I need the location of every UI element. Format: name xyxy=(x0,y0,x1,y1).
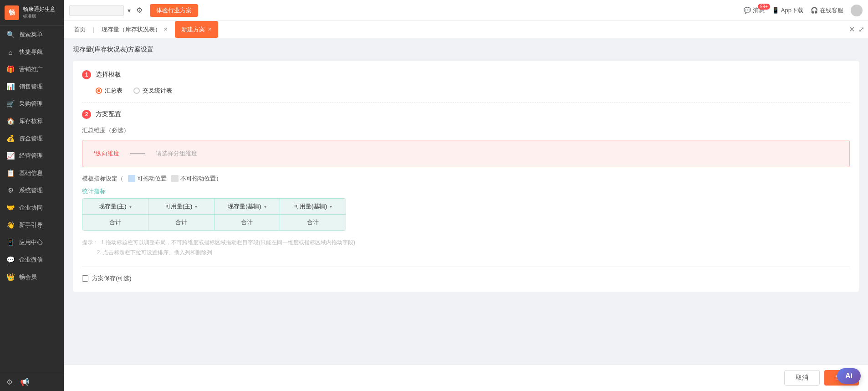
main-content: ▾ ⚙ 体验行业方案 💬 消息 99+ 📱 App下载 🎧 在线客服 首页 xyxy=(64,0,868,391)
message-icon: 💬 xyxy=(744,7,751,14)
stats-section-title: 统计指标 xyxy=(82,187,850,196)
sidebar-item-system[interactable]: ⚙ 系统管理 xyxy=(0,182,64,199)
money-icon: 💰 xyxy=(6,134,15,143)
cart-icon: 🛒 xyxy=(6,100,15,108)
crown-icon: 👑 xyxy=(6,273,15,281)
info-icon: 📋 xyxy=(6,169,15,177)
stats-col-4-header: 可用量(基辅) ▾ xyxy=(280,199,346,215)
sidebar-item-sales[interactable]: 📊 销售管理 xyxy=(0,78,64,95)
cancel-button[interactable]: 取消 xyxy=(784,370,820,386)
sidebar-item-marketing[interactable]: 🎁 营销推广 xyxy=(0,61,64,78)
col4-dropdown-icon[interactable]: ▾ xyxy=(330,204,332,209)
mobile-icon: 📱 xyxy=(6,238,15,247)
close-panel-button[interactable]: ✕ xyxy=(849,25,855,34)
tab-inventory[interactable]: 现存量（库存状况表） ✕ xyxy=(95,21,174,38)
drag-box-icon xyxy=(128,175,135,182)
sidebar-item-search[interactable]: 🔍 搜索菜单 xyxy=(0,26,64,43)
search-dropdown-button[interactable]: ▾ xyxy=(128,7,131,14)
app-download-button[interactable]: 📱 App下载 xyxy=(772,6,803,15)
speaker-icon[interactable]: 📢 xyxy=(20,378,29,386)
stats-col-1-header: 现存量(主) ▾ xyxy=(82,199,148,215)
sidebar-item-label: 库存核算 xyxy=(19,117,43,125)
footer-actions: 取消 查询 xyxy=(64,364,868,391)
ai-float-button[interactable]: Ai xyxy=(837,368,861,384)
gear-icon[interactable]: ⚙ xyxy=(6,378,13,386)
content-area: 现存量(库存状况表)方案设置 1 选择模板 汇总表 交叉统计表 2 xyxy=(64,38,868,364)
tab-inventory-close[interactable]: ✕ xyxy=(163,26,168,32)
tabbar-actions: ✕ ⤢ xyxy=(849,25,864,34)
user-avatar-button[interactable] xyxy=(851,5,863,16)
message-badge: 99+ xyxy=(758,4,770,10)
tab-new-plan[interactable]: 新建方案 ✕ xyxy=(175,21,218,38)
stats-col-1-label: 现存量(主) xyxy=(99,202,127,211)
sidebar-item-guide[interactable]: 👋 新手引导 xyxy=(0,216,64,234)
step2-title: 方案配置 xyxy=(96,110,121,118)
col3-dropdown-icon[interactable]: ▾ xyxy=(264,204,266,209)
col1-dropdown-icon[interactable]: ▾ xyxy=(129,204,132,209)
page-title: 现存量(库存状况表)方案设置 xyxy=(73,46,859,54)
search-icon: 🔍 xyxy=(6,31,15,39)
sidebar-item-collab[interactable]: 🤝 企业协同 xyxy=(0,199,64,216)
topbar-gear-button[interactable]: ⚙ xyxy=(136,6,143,15)
user-avatar xyxy=(851,5,863,16)
search-input[interactable] xyxy=(69,5,124,16)
sidebar-item-finance[interactable]: 💰 资金管理 xyxy=(0,130,64,147)
radio-summary-label: 汇总表 xyxy=(105,87,123,95)
drag-indicator-label: 可拖动位置 xyxy=(128,175,167,183)
sidebar-item-basic-info[interactable]: 📋 基础信息 xyxy=(0,165,64,182)
sidebar-item-purchase[interactable]: 🛒 采购管理 xyxy=(0,95,64,113)
col2-dropdown-icon[interactable]: ▾ xyxy=(195,204,197,209)
stats-col-1: 现存量(主) ▾ 合计 xyxy=(82,199,148,230)
stats-col-2-header: 可用量(主) ▾ xyxy=(148,199,214,215)
indicator-label-row: 模板指标设定（ 可拖动位置 不可拖动位置） xyxy=(82,175,850,183)
sidebar-item-wechat[interactable]: 💬 企业微信 xyxy=(0,251,64,268)
tab-home[interactable]: 首页 xyxy=(67,21,92,38)
radio-summary-table[interactable]: 汇总表 xyxy=(96,87,123,95)
stats-col-2: 可用量(主) ▾ 合计 xyxy=(148,199,214,230)
step1-header: 1 选择模板 xyxy=(82,70,850,79)
tab-new-plan-close[interactable]: ✕ xyxy=(208,26,212,32)
save-plan-checkbox[interactable] xyxy=(82,275,88,282)
online-service-button[interactable]: 🎧 在线客服 xyxy=(811,6,843,15)
sidebar-item-label: 应用中心 xyxy=(19,238,43,247)
stats-table: 现存量(主) ▾ 合计 可用量(主) ▾ 合计 xyxy=(82,198,346,231)
step2-num: 2 xyxy=(82,110,91,119)
dimension-selector-area[interactable]: *纵向维度 —— 请选择分组维度 xyxy=(82,140,850,167)
sidebar-item-apps[interactable]: 📱 应用中心 xyxy=(0,234,64,251)
topbar: ▾ ⚙ 体验行业方案 💬 消息 99+ 📱 App下载 🎧 在线客服 xyxy=(64,0,868,21)
stats-col-2-body: 合计 xyxy=(148,215,214,230)
step2-header: 2 方案配置 xyxy=(82,110,850,119)
wechat-icon: 💬 xyxy=(6,256,15,264)
step1-num: 1 xyxy=(82,70,91,79)
sidebar-bottom: ⚙ 📢 xyxy=(0,373,64,391)
sidebar-item-label: 销售管理 xyxy=(19,82,43,91)
stats-col-1-body: 合计 xyxy=(82,215,148,230)
sidebar-item-membership[interactable]: 👑 畅会员 xyxy=(0,268,64,286)
radio-summary-indicator xyxy=(96,87,102,94)
sidebar: 畅 畅康通好生意 标准版 🔍 搜索菜单 ⌂ 快捷导航 🎁 营销推广 📊 销售管理… xyxy=(0,0,64,391)
summary-dim-title: 汇总维度（必选） xyxy=(82,126,850,134)
stats-col-4: 可用量(基辅) ▾ 合计 xyxy=(280,199,346,230)
trial-industry-button[interactable]: 体验行业方案 xyxy=(150,4,198,17)
gift-icon: 🎁 xyxy=(6,65,15,73)
sidebar-item-label: 系统管理 xyxy=(19,186,43,195)
drag-label: 可拖动位置 xyxy=(137,175,167,183)
sidebar-item-label: 营销推广 xyxy=(19,65,43,73)
sidebar-nav: 🔍 搜索菜单 ⌂ 快捷导航 🎁 营销推广 📊 销售管理 🛒 采购管理 🏠 库存核… xyxy=(0,26,64,373)
template-radio-group: 汇总表 交叉统计表 xyxy=(96,87,850,95)
sidebar-item-inventory[interactable]: 🏠 库存核算 xyxy=(0,113,64,130)
expand-panel-button[interactable]: ⤢ xyxy=(858,25,864,34)
tip-1-text: 1.拖动标题栏可以调整布局，不可跨维度或指标区域拖动栏目字段(只能在同一维度或指… xyxy=(101,238,355,248)
save-plan-label[interactable]: 方案保存(可选) xyxy=(92,274,132,283)
save-row: 方案保存(可选) xyxy=(82,267,850,283)
indicator-settings: 模板指标设定（ 可拖动位置 不可拖动位置） 统计指标 xyxy=(82,175,850,231)
sidebar-item-management[interactable]: 📈 经营管理 xyxy=(0,147,64,165)
sidebar-item-shortcuts[interactable]: ⌂ 快捷导航 xyxy=(0,43,64,61)
phone-icon: 📱 xyxy=(772,7,779,14)
tip-1: 提示： 1.拖动标题栏可以调整布局，不可跨维度或指标区域拖动栏目字段(只能在同一… xyxy=(82,238,850,248)
message-button[interactable]: 💬 消息 99+ xyxy=(744,6,765,15)
dim-placeholder: 请选择分组维度 xyxy=(156,149,197,158)
handshake-icon: 🤝 xyxy=(6,204,15,212)
sidebar-item-label: 快捷导航 xyxy=(19,48,43,56)
radio-cross-table[interactable]: 交叉统计表 xyxy=(133,87,172,95)
